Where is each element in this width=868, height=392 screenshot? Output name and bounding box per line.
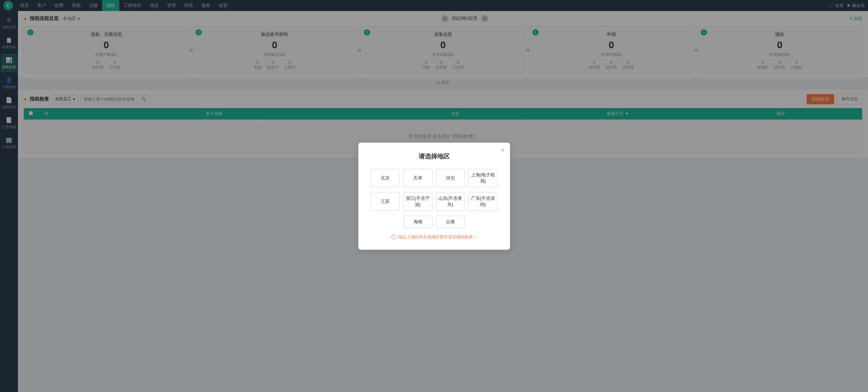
- modal-overlay[interactable]: × 请选择地区 北京 天津 河北 上海(电子税局) 江苏 浙江(不含宁波) 山东…: [0, 0, 868, 392]
- region-row-2: 江苏 浙江(不含宁波) 山东(不含青岛) 广东(不含深圳): [371, 192, 498, 211]
- region-row-1: 北京 天津 河北 上海(电子税局): [371, 169, 498, 187]
- modal-close-btn[interactable]: ×: [501, 147, 505, 154]
- modal-warning: ! 除以上地区外其他地区暂不支持报税检查！: [371, 234, 498, 240]
- region-btn-beijing[interactable]: 北京: [371, 169, 400, 187]
- region-btn-jiangsu[interactable]: 江苏: [371, 192, 400, 211]
- region-select-modal: × 请选择地区 北京 天津 河北 上海(电子税局) 江苏 浙江(不含宁波) 山东…: [358, 143, 510, 250]
- region-btn-shandong[interactable]: 山东(不含青岛): [436, 192, 465, 211]
- region-btn-guangdong[interactable]: 广东(不含深圳): [468, 192, 498, 211]
- modal-title: 请选择地区: [371, 152, 498, 161]
- region-btn-hainan[interactable]: 海南: [403, 216, 432, 228]
- region-btn-shanghai[interactable]: 上海(电子税局): [468, 169, 498, 187]
- warning-icon: !: [391, 235, 396, 239]
- region-row-3: 海南 云南: [371, 216, 498, 228]
- region-btn-yunnan[interactable]: 云南: [436, 216, 465, 228]
- region-btn-zhejiang[interactable]: 浙江(不含宁波): [403, 192, 432, 211]
- region-btn-tianjin[interactable]: 天津: [403, 169, 432, 187]
- region-btn-hebei[interactable]: 河北: [436, 169, 465, 187]
